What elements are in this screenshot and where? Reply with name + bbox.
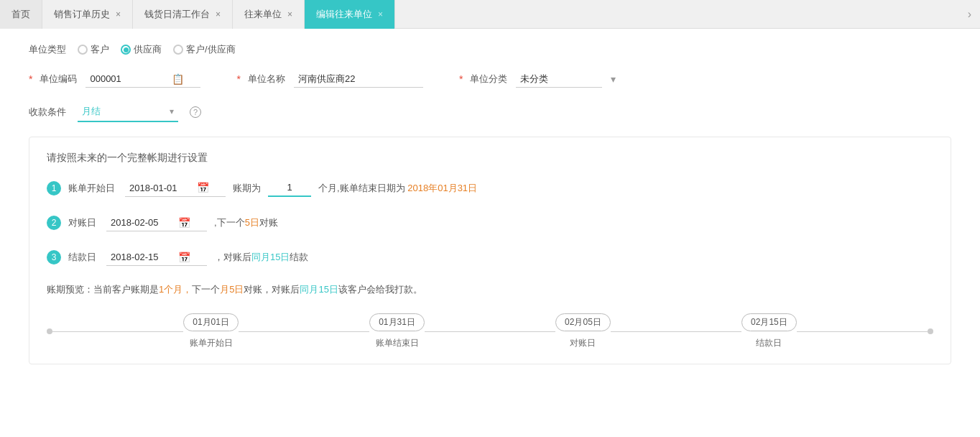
payment-desc: ，对账后同月15日结款 [214,251,308,264]
unit-type-radio-group: 客户 供应商 客户/供应商 [78,43,236,56]
timeline: 01月01日 账单开始日 01月31日 账单结束日 02月05日 对账日 02月… [47,313,933,349]
timeline-badge-4: 02月15日 [741,313,797,331]
bill-start-cal-icon[interactable]: 📅 [197,182,209,193]
preview-month: 1个月， [159,284,192,295]
period-row-1: 1 账单开始日 📅 账期为 个月,账单结束日期为 2018年01月31日 [47,179,933,197]
payment-day-highlight: 同月15日 [251,252,290,262]
reconcile-cal-icon[interactable]: 📅 [178,217,190,229]
tab-close-cash-work[interactable]: × [216,9,221,19]
section-title: 请按照未来的一个完整帐期进行设置 [47,152,933,165]
tab-more-arrow[interactable]: › [959,8,980,21]
tab-close-partner[interactable]: × [287,9,292,19]
period-months-input[interactable] [268,179,311,197]
period-suffix: 个月,账单结束日期为 2018年01月31日 [318,182,477,195]
tab-partner[interactable]: 往来单位 × [233,0,305,29]
payment-cal-icon[interactable]: 📅 [178,252,190,263]
unit-classify-select-wrapper: ▾ [516,70,616,88]
timeline-line-5 [797,331,928,332]
tab-edit-partner[interactable]: 编辑往来单位 × [305,0,395,29]
tab-sales-history[interactable]: 销售订单历史 × [42,0,133,29]
unit-code-group: * 单位编码 📋 [29,70,200,88]
payment-terms-row: 收款条件 月结 ▾ ? [29,102,951,122]
period-row-2: 2 对账日 📅 ,下一个5日对账 [47,214,933,231]
bill-start-label: 账单开始日 [68,182,115,195]
payment-terms-arrow: ▾ [170,106,174,116]
help-icon[interactable]: ? [190,106,201,118]
bill-start-date-field[interactable] [125,180,197,196]
reconcile-desc: ,下一个5日对账 [214,216,278,229]
preview-day-orange: 月5日 [220,284,244,295]
unit-classify-label: 单位分类 [470,73,507,86]
payment-date-label: 结款日 [68,251,96,264]
classify-dropdown-arrow[interactable]: ▾ [611,73,616,85]
unit-classify-group: * 单位分类 ▾ [459,70,616,88]
unit-type-label: 单位类型 [29,43,66,56]
tab-close-sales-history[interactable]: × [116,9,121,19]
radio-both[interactable]: 客户/供应商 [173,43,236,56]
period-num-2: 2 [47,216,61,230]
period-row-3: 3 结款日 📅 ，对账后同月15日结款 [47,249,933,266]
timeline-node-2: 01月31日 账单结束日 [369,313,425,349]
payment-terms-select[interactable]: 月结 ▾ [78,102,178,122]
reconcile-label: 对账日 [68,216,96,229]
reconcile-date-field[interactable] [106,214,178,231]
tab-cash-work[interactable]: 钱货日清工作台 × [133,0,233,29]
unit-name-input[interactable] [294,70,423,88]
radio-customer-circle [78,45,88,55]
reconcile-day-highlight: 5日 [245,217,259,228]
timeline-label-4: 结款日 [756,337,782,349]
unit-info-row: * 单位编码 📋 * 单位名称 * 单位分类 ▾ [29,70,951,88]
preview-day-teal: 同月15日 [300,284,338,295]
payment-date-input: 📅 [106,249,207,266]
timeline-line-2 [239,331,369,332]
preview-text: 账期预览：当前客户账期是1个月，下一个月5日对账，对账后同月15日该客户会给我打… [47,283,933,296]
timeline-end-dot [928,328,933,334]
copy-icon[interactable]: 📋 [172,73,184,85]
payment-terms-label: 收款条件 [29,106,66,119]
timeline-line-3 [425,331,555,332]
main-content: 单位类型 客户 供应商 客户/供应商 * 单位编码 📋 [0,29,980,437]
radio-both-circle [173,45,183,55]
period-settings-section: 请按照未来的一个完整帐期进行设置 1 账单开始日 📅 账期为 个月,账单结束日期… [29,137,951,364]
timeline-label-2: 账单结束日 [376,337,419,349]
tab-bar: 首页 销售订单历史 × 钱货日清工作台 × 往来单位 × 编辑往来单位 × › [0,0,980,29]
unit-name-label: 单位名称 [248,73,285,86]
unit-classify-input[interactable] [516,70,602,88]
timeline-badge-2: 01月31日 [369,313,425,331]
unit-code-label: 单位编码 [40,73,77,86]
unit-code-input[interactable] [85,70,172,87]
radio-supplier[interactable]: 供应商 [121,43,162,56]
radio-customer[interactable]: 客户 [78,43,109,56]
period-num-3: 3 [47,250,61,264]
tab-close-edit-partner[interactable]: × [378,9,383,19]
timeline-line-1 [52,331,183,332]
tab-home[interactable]: 首页 [0,0,42,29]
unit-name-group: * 单位名称 [236,70,422,88]
payment-terms-value: 月结 [82,105,170,118]
unit-type-row: 单位类型 客户 供应商 客户/供应商 [29,43,951,56]
payment-date-field[interactable] [106,249,178,265]
timeline-node-3: 02月05日 对账日 [555,313,611,349]
timeline-badge-1: 01月01日 [183,313,239,331]
radio-supplier-circle [121,45,131,55]
timeline-badge-3: 02月05日 [555,313,611,331]
timeline-node-4: 02月15日 结款日 [741,313,797,349]
period-num-1: 1 [47,181,61,196]
period-end-date: 2018年01月31日 [407,183,477,193]
timeline-label-3: 对账日 [570,337,596,349]
unit-code-input-wrapper: 📋 [85,70,200,88]
period-for-label: 账期为 [233,182,261,195]
bill-start-date-input: 📅 [125,180,226,197]
timeline-line-4 [611,331,741,332]
timeline-node-1: 01月01日 账单开始日 [183,313,239,349]
timeline-label-1: 账单开始日 [190,337,233,349]
reconcile-date-input: 📅 [106,214,207,231]
timeline-start-dot [47,328,52,334]
